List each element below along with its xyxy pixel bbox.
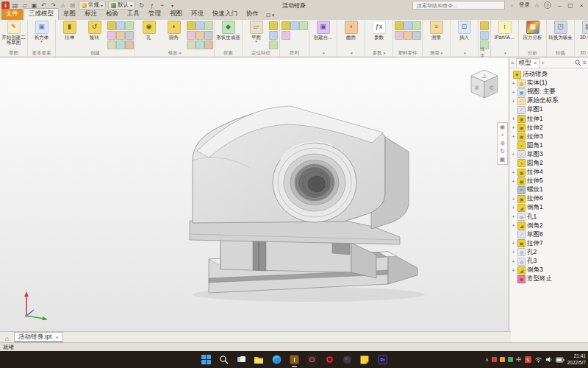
close-document-icon[interactable]: ×	[55, 334, 59, 341]
point-icon[interactable]	[269, 31, 278, 40]
help-icon[interactable]: ?	[544, 1, 551, 9]
3d-viewport[interactable]: 上 前 右 ◉ + ⊕ ↻ ▣	[0, 57, 509, 332]
tree-item-孔2[interactable]: +◎孔2	[511, 248, 588, 257]
tray-app-green-icon[interactable]	[508, 357, 513, 362]
wifi-icon[interactable]	[534, 356, 542, 363]
lip-icon[interactable]	[412, 31, 421, 40]
taskbar-search-icon[interactable]	[218, 354, 229, 365]
thicken-icon[interactable]	[196, 31, 204, 40]
tree-item-视图: 主要[interactable]: +▦视图: 主要	[511, 88, 588, 96]
copy-object-icon[interactable]	[204, 40, 213, 49]
browser-tab-model[interactable]: 模型 ×	[516, 58, 540, 68]
ribbon-tab-5[interactable]: 工具	[123, 9, 144, 20]
expand-icon[interactable]: +	[511, 259, 516, 264]
ribbon-tab-7[interactable]: 视图	[165, 9, 187, 20]
close-tab-icon[interactable]: ×	[534, 60, 537, 66]
tray-badge-icon[interactable]: S	[525, 356, 531, 363]
decal-icon[interactable]	[107, 40, 116, 49]
tree-item-拉伸5[interactable]: +▣拉伸5	[511, 177, 588, 185]
tree-item-拉伸6[interactable]: +▣拉伸6	[511, 194, 588, 203]
button-surface[interactable]: ◖曲面	[339, 21, 363, 40]
help-search[interactable]	[412, 1, 505, 10]
zoom-icon[interactable]: ⊕	[500, 141, 505, 146]
tree-item-孔3[interactable]: +◎孔3	[511, 257, 588, 266]
close-button[interactable]: ×	[576, 1, 587, 10]
new-file-icon[interactable]: ▤	[11, 1, 19, 10]
shell-icon[interactable]	[187, 21, 196, 30]
ribbon-display-options-icon[interactable]: ⊡ ▾	[263, 11, 277, 20]
button-sketch2d[interactable]: ✎开始创建二维草图	[1, 21, 26, 45]
button-stress[interactable]: ▦应力分析	[520, 21, 545, 40]
snap-fit-icon[interactable]	[395, 31, 404, 40]
tree-item-倒角2[interactable]: +◢倒角2	[511, 222, 588, 230]
look-at-icon[interactable]: ▣	[500, 157, 506, 163]
expand-icon[interactable]: +	[511, 116, 516, 121]
tray-app-orange-icon[interactable]	[500, 357, 505, 362]
rest-icon[interactable]	[412, 21, 421, 30]
close-panel-icon[interactable]: ×	[511, 60, 514, 66]
ribbon-tab-3[interactable]: 标注	[80, 9, 101, 20]
tree-item-原始坐标系[interactable]: +□原始坐标系	[511, 96, 588, 105]
thread-icon[interactable]	[204, 21, 213, 30]
coil-icon[interactable]	[125, 21, 134, 30]
volume-icon[interactable]	[545, 356, 553, 363]
expand-icon[interactable]: +	[511, 99, 516, 104]
tree-item-圆角1[interactable]: ◖圆角1	[511, 141, 588, 150]
grill-icon[interactable]	[395, 21, 404, 30]
ribbon-tab-2[interactable]: 草图	[59, 9, 80, 20]
button-extrude[interactable]: ▮拉伸	[57, 21, 82, 40]
tray-overflow-icon[interactable]: ∧	[485, 357, 489, 363]
draft-icon[interactable]	[196, 21, 204, 30]
tree-item-实体(1)[interactable]: +▥实体(1)	[511, 79, 588, 88]
ribbon-tab-6[interactable]: 管理	[144, 9, 165, 20]
fx-icon[interactable]: ƒ	[148, 1, 156, 10]
ribbon-tab-file[interactable]: 文件	[1, 9, 23, 20]
expand-icon[interactable]: +	[511, 90, 516, 95]
expand-icon[interactable]: +	[511, 152, 516, 157]
ucs-icon[interactable]	[269, 40, 278, 49]
menu-icon[interactable]: ≡	[583, 60, 587, 66]
expand-icon[interactable]: +	[511, 223, 516, 228]
split-icon[interactable]	[204, 31, 213, 40]
tree-item-拉伸1[interactable]: +▣拉伸1	[511, 114, 588, 123]
button-ipart[interactable]: iiPart/iA…	[492, 21, 517, 40]
sweep-icon[interactable]	[107, 21, 116, 30]
ribbon-tab-9[interactable]: 快速入门	[208, 9, 242, 20]
tree-item-草图1[interactable]: ∕草图1	[511, 105, 588, 114]
tree-item-草图3[interactable]: +∕草图3	[511, 150, 588, 159]
full-navigation-wheel-icon[interactable]: ◉	[500, 124, 505, 130]
tree-item-拉伸3[interactable]: +▣拉伸3	[511, 132, 588, 141]
toolbar-overflow-icon[interactable]: ▾	[168, 1, 176, 10]
tree-item-螺纹1[interactable]: ≈螺纹1	[511, 185, 588, 194]
search-icon[interactable]	[575, 60, 581, 66]
user-icon[interactable]: ◦	[508, 1, 516, 10]
taskbar-premiere-icon[interactable]: Pr	[377, 354, 388, 365]
button-insert[interactable]: ⊡插入	[452, 21, 476, 40]
mirror-icon[interactable]	[290, 21, 299, 30]
expand-icon[interactable]: +	[511, 268, 516, 273]
tree-item-活动钳身[interactable]: ■活动钳身	[511, 70, 588, 79]
button-fx[interactable]: ƒx参数	[367, 21, 391, 40]
axis-icon[interactable]	[269, 21, 278, 30]
expand-icon[interactable]: +	[511, 125, 516, 130]
sign-in-link[interactable]: 登录	[519, 1, 530, 9]
button-freeform[interactable]: ▣创建自…	[311, 21, 335, 40]
import-icon[interactable]	[116, 40, 125, 49]
button-sheetmetal[interactable]: ◳转换为钣金	[548, 21, 573, 40]
expand-icon[interactable]: +	[511, 170, 516, 175]
emboss-icon[interactable]	[107, 31, 116, 40]
harness2-icon[interactable]	[480, 31, 489, 40]
search-input[interactable]	[415, 2, 502, 9]
delete-face-icon[interactable]	[187, 40, 196, 49]
button-revolve[interactable]: ↺旋转	[82, 21, 107, 40]
button-hole[interactable]: ◉孔	[137, 21, 161, 40]
ime-indicator[interactable]: 中	[516, 356, 522, 364]
move-icon[interactable]: +	[158, 1, 166, 10]
taskbar-notes-icon[interactable]	[359, 354, 370, 365]
ribbon-tab-10[interactable]: 协作	[242, 9, 263, 20]
derive-icon[interactable]	[125, 31, 134, 40]
rect-pattern-icon[interactable]	[282, 21, 290, 30]
circular-pattern-icon[interactable]	[299, 21, 308, 30]
expand-icon[interactable]: +	[511, 197, 516, 202]
home-icon[interactable]: ⌂	[59, 1, 67, 10]
